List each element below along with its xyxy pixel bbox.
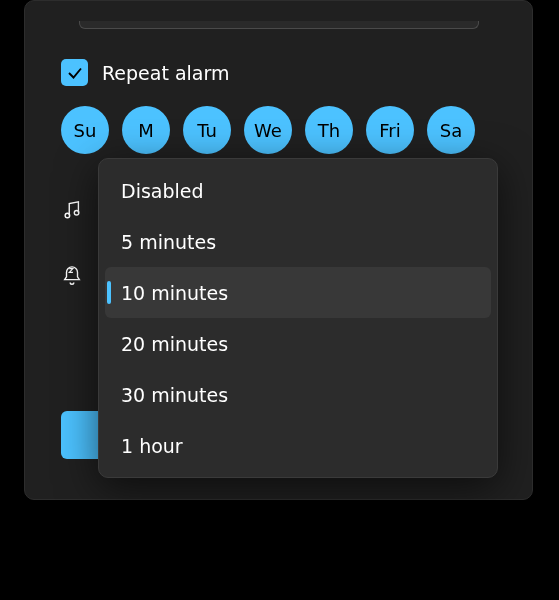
day-su[interactable]: Su [61,106,109,154]
repeat-alarm-row: Repeat alarm [61,59,496,86]
svg-point-1 [74,210,79,215]
snooze-option-disabled[interactable]: Disabled [105,165,491,216]
snooze-option-5min[interactable]: 5 minutes [105,216,491,267]
days-row: Su M Tu We Th Fri Sa [61,106,496,154]
day-fr[interactable]: Fri [366,106,414,154]
repeat-alarm-label: Repeat alarm [102,62,229,84]
day-tu[interactable]: Tu [183,106,231,154]
day-mo[interactable]: M [122,106,170,154]
snooze-option-1hour[interactable]: 1 hour [105,420,491,471]
day-sa[interactable]: Sa [427,106,475,154]
snooze-dropdown: Disabled 5 minutes 10 minutes 20 minutes… [98,158,498,478]
svg-point-0 [65,213,70,218]
day-we[interactable]: We [244,106,292,154]
snooze-option-10min[interactable]: 10 minutes [105,267,491,318]
snooze-bell-icon [61,265,85,291]
snooze-option-30min[interactable]: 30 minutes [105,369,491,420]
snooze-option-20min[interactable]: 20 minutes [105,318,491,369]
repeat-alarm-checkbox[interactable] [61,59,88,86]
checkmark-icon [66,64,84,82]
music-note-icon [61,199,85,225]
alarm-name-field-bottom[interactable] [79,21,479,29]
day-th[interactable]: Th [305,106,353,154]
